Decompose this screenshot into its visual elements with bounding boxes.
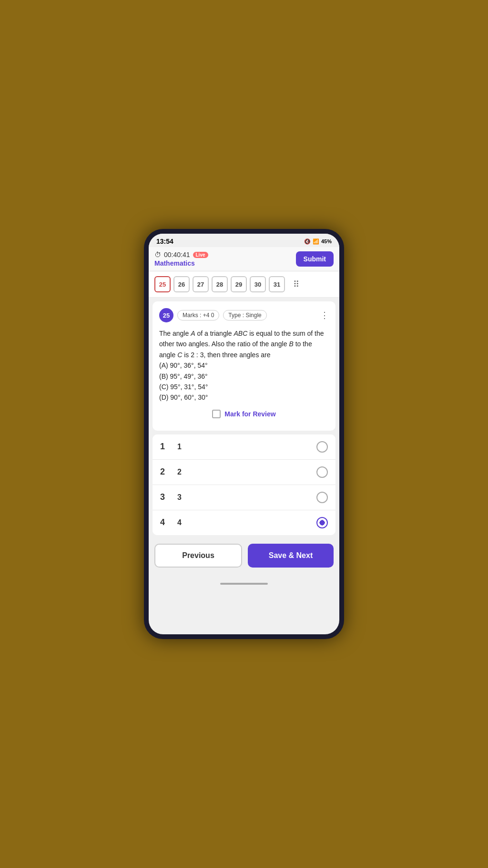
signal-icon: 📶 <box>313 238 319 245</box>
option-text-1: 1 <box>177 443 311 451</box>
status-icons: 🔇 📶 45% <box>304 238 332 245</box>
phone-frame: 13:54 🔇 📶 45% ⏱ 00:40:41 Live Mathematic… <box>144 229 344 639</box>
options-area: 1 1 2 2 3 3 4 4 <box>152 434 336 535</box>
status-time: 13:54 <box>156 238 173 245</box>
review-checkbox[interactable] <box>212 410 221 418</box>
previous-button[interactable]: Previous <box>154 544 242 568</box>
nav-item-27[interactable]: 27 <box>193 276 209 292</box>
option-radio-2[interactable] <box>316 466 328 478</box>
option-num-4: 4 <box>160 517 172 527</box>
status-bar: 13:54 🔇 📶 45% <box>149 234 339 247</box>
save-next-button[interactable]: Save & Next <box>248 544 334 568</box>
home-bar <box>220 583 268 585</box>
timer-icon: ⏱ <box>154 251 161 258</box>
mark-for-review[interactable]: Mark for Review <box>159 410 329 418</box>
nav-item-26[interactable]: 26 <box>173 276 190 292</box>
option-num-1: 1 <box>160 442 172 452</box>
live-badge: Live <box>193 252 208 258</box>
option-text-4: 4 <box>177 518 311 527</box>
nav-item-30[interactable]: 30 <box>250 276 266 292</box>
option-text-2: 2 <box>177 468 311 476</box>
option-radio-4[interactable] <box>316 517 328 528</box>
app-header: ⏱ 00:40:41 Live Mathematics Submit <box>149 247 339 271</box>
type-badge: Type : Single <box>223 310 266 320</box>
question-text: The angle A of a triangle ABC is equal t… <box>159 328 329 403</box>
review-label: Mark for Review <box>224 410 275 418</box>
option-row-4[interactable]: 4 4 <box>152 510 336 535</box>
battery-icon: 45% <box>321 238 332 244</box>
subject-label: Mathematics <box>154 259 208 267</box>
option-row-3[interactable]: 3 3 <box>152 485 336 510</box>
question-nav: 25 26 27 28 29 30 31 ⠿ <box>149 271 339 298</box>
grid-view-icon[interactable]: ⠿ <box>288 276 304 292</box>
option-num-2: 2 <box>160 467 172 477</box>
timer-display: 00:40:41 <box>164 251 190 258</box>
option-radio-1[interactable] <box>316 441 328 453</box>
phone-screen: 13:54 🔇 📶 45% ⏱ 00:40:41 Live Mathematic… <box>149 234 339 634</box>
timer-row: ⏱ 00:40:41 Live <box>154 251 208 258</box>
option-text-3: 3 <box>177 493 311 502</box>
nav-item-29[interactable]: 29 <box>231 276 247 292</box>
nav-item-25[interactable]: 25 <box>154 276 171 292</box>
header-left: ⏱ 00:40:41 Live Mathematics <box>154 251 208 267</box>
option-row-1[interactable]: 1 1 <box>152 434 336 460</box>
mute-icon: 🔇 <box>304 238 311 245</box>
more-options-icon[interactable]: ⋮ <box>320 310 329 320</box>
nav-item-31[interactable]: 31 <box>269 276 285 292</box>
option-radio-3[interactable] <box>316 492 328 503</box>
option-row-2[interactable]: 2 2 <box>152 460 336 485</box>
bottom-buttons: Previous Save & Next <box>149 539 339 575</box>
submit-button[interactable]: Submit <box>296 251 334 267</box>
question-number-badge: 25 <box>159 308 173 322</box>
marks-badge: Marks : +4 0 <box>177 310 219 320</box>
nav-item-28[interactable]: 28 <box>212 276 228 292</box>
question-meta: 25 Marks : +4 0 Type : Single ⋮ <box>159 308 329 322</box>
option-num-3: 3 <box>160 492 172 502</box>
home-indicator <box>149 575 339 589</box>
question-area: 25 Marks : +4 0 Type : Single ⋮ The angl… <box>152 301 336 431</box>
